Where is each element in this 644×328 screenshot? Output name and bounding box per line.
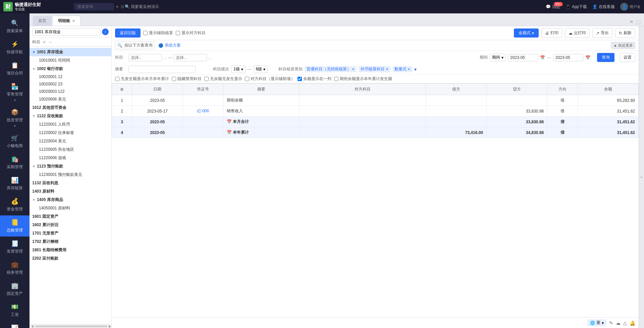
- edit-icon[interactable]: ✎: [609, 320, 613, 326]
- option-balance-col-checkbox[interactable]: [298, 77, 302, 81]
- tag-quantity-close[interactable]: ✕: [408, 67, 410, 71]
- sidebar-item-purchase[interactable]: 🛍️ 采购管理: [0, 152, 30, 173]
- period-calendar-end[interactable]: 📅: [585, 55, 590, 60]
- tab-detail[interactable]: 明细账 ✕: [52, 16, 80, 26]
- option-no-amount[interactable]: 无发生额显示本月本年累计: [115, 76, 169, 82]
- print-btn[interactable]: 🖨 打印: [541, 28, 562, 38]
- show-contra-checkbox[interactable]: [176, 31, 180, 35]
- account-nav-btn[interactable]: ›: [102, 28, 109, 35]
- window-close-btn[interactable]: ✕: [630, 19, 634, 24]
- period-calendar-start[interactable]: 📅: [540, 55, 545, 60]
- sidebar-item-management[interactable]: 📈 经营管理: [0, 321, 30, 328]
- topbar-dropdown-icon[interactable]: ▾: [116, 4, 118, 9]
- return-old-btn[interactable]: 返回旧版: [115, 28, 141, 38]
- tree-item-11220005[interactable]: 11220005 所在地区: [30, 145, 111, 154]
- tag-foreign-close[interactable]: ✕: [386, 67, 388, 71]
- sidebar-item-inventory[interactable]: 📊 库存核算: [0, 173, 30, 194]
- period-end-input[interactable]: [553, 54, 583, 61]
- right-edge-collapse[interactable]: ›: [639, 26, 644, 328]
- account-list-view-icon[interactable]: ≡: [43, 40, 46, 45]
- tree-item-10020003[interactable]: 10020003 122: [30, 88, 111, 95]
- option-contra[interactable]: 对方科目（显示辅助项）: [245, 76, 295, 82]
- account-search-input[interactable]: [32, 28, 101, 36]
- tree-item-1403[interactable]: 1403 原材料: [30, 187, 111, 196]
- sidebar-item-ecommerce[interactable]: 🛒 小畅电商: [0, 131, 30, 152]
- tab-home[interactable]: 首页: [33, 16, 52, 26]
- filter-settings-btn[interactable]: 设置: [620, 53, 635, 62]
- tree-item-10020002[interactable]: 10020002 23: [30, 80, 111, 88]
- tree-item-11220004[interactable]: 11220004 美元: [30, 137, 111, 145]
- user-area[interactable]: 👤 用户名: [620, 3, 641, 11]
- topbar-settings-icon[interactable]: ⚙: [120, 4, 125, 9]
- triangle-icon[interactable]: △: [623, 320, 627, 326]
- option-opening[interactable]: 期初余额显示本年累计发生额: [334, 76, 392, 82]
- export-btn[interactable]: ↗ 导出: [592, 28, 612, 38]
- option-contra-checkbox[interactable]: [245, 77, 249, 81]
- sidebar-item-assets[interactable]: 🏢 固定资产: [0, 279, 30, 300]
- tree-item-1122[interactable]: ▼ 1122 应收账款: [30, 112, 111, 120]
- tree-item-10010001[interactable]: 10010001 司同同: [30, 56, 111, 65]
- online-service-btn[interactable]: 👤 在线客服: [592, 4, 615, 10]
- tag-normal-close[interactable]: ✕: [352, 67, 355, 71]
- app-download-btn[interactable]: 📱 App下载: [566, 4, 587, 10]
- voucher-link-2[interactable]: 记-006: [197, 109, 209, 113]
- cloud-print-btn[interactable]: ☁ 云打印: [565, 28, 590, 38]
- option-opening-checkbox[interactable]: [334, 77, 338, 81]
- sidebar-item-wholesale[interactable]: 📦 批发管理 ▾: [0, 105, 30, 131]
- option-no-balance[interactable]: 无余额无发生显示: [204, 76, 242, 82]
- collapse-btn[interactable]: ▲ 收起更多: [611, 42, 635, 49]
- tree-item-1405[interactable]: ▼ 1405 库存商品: [30, 196, 111, 204]
- tree-item-11220002[interactable]: 11220002 往来标签: [30, 129, 111, 137]
- tree-item-1012[interactable]: 1012 其他货币资金: [30, 104, 111, 112]
- sidebar-item-funds[interactable]: 💰 资金管理: [0, 194, 30, 215]
- sidebar-item-tax[interactable]: 💼 税务管理: [0, 258, 30, 279]
- query-btn[interactable]: 查询: [597, 53, 614, 62]
- settings-icon[interactable]: ⚙: [120, 87, 124, 92]
- tree-item-10020006[interactable]: 10020006 美元: [30, 95, 111, 104]
- account-hscrollbar[interactable]: ◀ ▶: [30, 324, 111, 328]
- bell-icon[interactable]: 🔔: [630, 320, 635, 326]
- tree-item-1132[interactable]: 1132 应收利息: [30, 179, 111, 187]
- summary-input[interactable]: [128, 66, 196, 73]
- tag-normal[interactable]: 普通科目（无特殊核算） ✕: [305, 66, 357, 72]
- subject-type-dropdown[interactable]: ▾: [414, 67, 417, 72]
- option-no-amount-checkbox[interactable]: [115, 77, 119, 81]
- period-start-input[interactable]: [508, 54, 538, 61]
- sidebar-item-payroll[interactable]: 💵 工资: [0, 300, 30, 321]
- window-expand-btn[interactable]: ⬚: [636, 19, 641, 24]
- topbar-search-input[interactable]: [74, 3, 114, 10]
- refresh-btn[interactable]: ↻ 刷新: [615, 28, 635, 38]
- sidebar-item-quick[interactable]: ⚡ 快捷导航: [0, 37, 30, 58]
- amount-mode-btn[interactable]: 金额式 ▾: [514, 28, 539, 38]
- tree-item-11230001[interactable]: 11230001 预付账款美元: [30, 171, 111, 179]
- show-aux-checkbox-label[interactable]: 显示辅助核算: [143, 30, 173, 36]
- subject-end-input[interactable]: [173, 54, 207, 61]
- account-expand-icon[interactable]: ↔: [48, 40, 53, 45]
- tree-item-10020001[interactable]: 10020001 12: [30, 73, 111, 80]
- option-balance-col[interactable]: 余额显示在一列: [298, 76, 331, 82]
- tree-item-1702[interactable]: 1702 累计摊销: [30, 238, 111, 246]
- option-hide-disabled-checkbox[interactable]: [172, 77, 176, 81]
- tag-quantity[interactable]: 数量式 ✕: [392, 66, 412, 72]
- cloud-icon[interactable]: ☁: [616, 320, 621, 326]
- level-end-select[interactable]: 6级 ▾: [254, 65, 268, 73]
- tree-item-1002[interactable]: ▼ 1002 银行存款: [30, 65, 111, 73]
- filter-sort-btn[interactable]: 🔍 按以下方案查询: [115, 42, 155, 49]
- period-mode-select[interactable]: 期间 ▾: [490, 54, 506, 61]
- tree-item-2202[interactable]: 2202 应付账款: [30, 254, 111, 263]
- lang-switcher[interactable]: 🌐 英 ▾: [587, 319, 606, 326]
- tag-foreign[interactable]: 外币核算科目 ✕: [359, 66, 390, 72]
- tree-item-1602[interactable]: 1602 累计折旧: [30, 221, 111, 229]
- system-plan-area[interactable]: 🔵 系统方案: [158, 43, 181, 48]
- sidebar-item-project[interactable]: 📋 项目合同: [0, 58, 30, 79]
- show-contra-checkbox-label[interactable]: 显示对方科目: [176, 30, 206, 36]
- show-aux-checkbox[interactable]: [143, 31, 148, 35]
- sidebar-item-search[interactable]: 🔍 搜索菜单: [0, 16, 30, 37]
- tree-item-14050001[interactable]: 14050001 原材料: [30, 204, 111, 212]
- option-hide-disabled[interactable]: 隐藏禁用科目: [172, 76, 202, 82]
- option-no-balance-checkbox[interactable]: [204, 77, 209, 81]
- tree-item-11220001[interactable]: 11220001 人民币: [30, 120, 111, 129]
- tree-item-1701[interactable]: 1701 无形资产: [30, 229, 111, 238]
- tree-item-1601[interactable]: 1601 固定资产: [30, 212, 111, 221]
- tab-close-icon[interactable]: ✕: [72, 19, 75, 23]
